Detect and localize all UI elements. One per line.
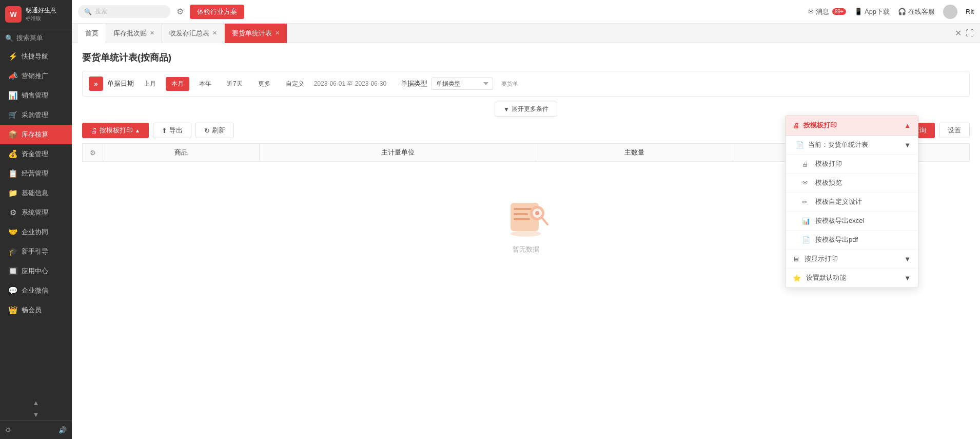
online-service-label: 在线客服	[908, 7, 935, 16]
dropdown-menu: 🖨 按模板打印 ▲ 📄 当前：要货单统计表 ▼ 🖨 模板打印 👁 模板预览 ✏ …	[785, 115, 918, 288]
user-avatar[interactable]	[943, 5, 957, 19]
sidebar-item-xitong[interactable]: ⚙ 系统管理	[0, 203, 72, 222]
date-more[interactable]: 更多	[252, 77, 276, 91]
sidebar: W 畅通好生意 标准版 🔍 搜索菜单 ⚡ 快捷导航 📣 营销推广 📊 销售管理 …	[0, 0, 72, 439]
display-print-label: 按显示打印	[805, 254, 838, 263]
sidebar-item-yingxiao[interactable]: 📣 营销推广	[0, 66, 72, 86]
dropdown-set-default[interactable]: ⭐ 设置默认功能 ▼	[786, 269, 918, 288]
page-content: 要货单统计表(按商品) » 单据日期 上月 本月 本年 近7天 更多 自定义 2…	[72, 43, 980, 439]
svg-point-0	[511, 231, 541, 237]
brand-info: 畅通好生意 标准版	[26, 7, 56, 22]
sidebar-item-xinshou[interactable]: 🎓 新手引导	[0, 242, 72, 261]
dropdown-chevron-icon: ▲	[904, 122, 911, 129]
online-service-button[interactable]: 🎧 在线客服	[898, 7, 935, 16]
export-pdf-icon: 📄	[802, 236, 810, 244]
sidebar-item-xiaoshou[interactable]: 📊 销售管理	[0, 86, 72, 105]
template-preview-label: 模板预览	[815, 178, 842, 187]
refresh-button[interactable]: ↻ 刷新	[195, 123, 234, 138]
dropdown-display-print[interactable]: 🖥 按显示打印 ▼	[786, 250, 918, 269]
sidebar-item-qiye[interactable]: 🤝 企业协同	[0, 222, 72, 242]
sidebar-search[interactable]: 🔍 搜索菜单	[0, 29, 72, 47]
dropdown-item-template-preview[interactable]: 👁 模板预览	[786, 174, 918, 193]
sidebar-item-yingyong[interactable]: 🔲 应用中心	[0, 261, 72, 281]
tab-home[interactable]: 首页	[78, 24, 106, 43]
dropdown-item-template-print[interactable]: 🖨 模板打印	[786, 155, 918, 174]
print-template-button[interactable]: 🖨 按模板打印 ▲	[82, 123, 149, 138]
tab-close-kucun[interactable]: ✕	[150, 30, 154, 36]
date-last-month[interactable]: 上月	[138, 77, 162, 91]
date-this-month[interactable]: 本月	[166, 77, 189, 91]
tab-yaohuo-label: 要货单统计表	[232, 29, 272, 38]
col-product: 商品	[103, 144, 260, 162]
display-print-chevron: ▼	[904, 255, 911, 263]
sidebar-scroll-down[interactable]: ▼	[0, 409, 72, 421]
nav-icon-yingyong: 🔲	[8, 266, 17, 276]
tab-yaohuo-tongji[interactable]: 要货单统计表 ✕	[225, 24, 287, 43]
date-custom[interactable]: 自定义	[280, 77, 310, 91]
export-pdf-label: 按模板导出pdf	[815, 235, 858, 244]
export-label: 导出	[169, 126, 183, 135]
display-print-icon: 🖥	[793, 255, 799, 263]
header-search[interactable]: 🔍 搜索	[78, 5, 170, 18]
col-quantity: 主数量	[536, 144, 733, 162]
logo-icon: W	[5, 6, 22, 23]
date-last7[interactable]: 近7天	[221, 77, 248, 91]
empty-text: 暂无数据	[513, 245, 539, 254]
export-icon: ⬆	[162, 127, 167, 135]
export-excel-label: 按模板导出excel	[815, 216, 864, 225]
filter-expand-button[interactable]: »	[89, 77, 103, 91]
dropdown-current-icon: 📄	[796, 141, 804, 149]
tab-kucun-label: 库存批次账	[113, 29, 147, 38]
nav-icon-kuaijie: ⚡	[8, 52, 17, 61]
type-filter-select[interactable]: 单据类型 要货单	[432, 78, 493, 90]
template-design-icon: ✏	[802, 198, 810, 206]
dropdown-item-export-excel[interactable]: 📊 按模板导出excel	[786, 212, 918, 231]
print-chevron-icon: ▲	[135, 128, 140, 133]
download-icon: 📱	[854, 8, 863, 15]
sidebar-scroll-up[interactable]: ▲	[0, 397, 72, 409]
sidebar-item-jichu[interactable]: 📁 基础信息	[0, 183, 72, 203]
close-window-button[interactable]: ✕	[955, 28, 962, 38]
sidebar-item-weixin[interactable]: 💬 企业微信	[0, 281, 72, 300]
sidebar-item-caigou[interactable]: 🛒 采购管理	[0, 105, 72, 125]
sidebar-item-jingying[interactable]: 📋 经营管理	[0, 164, 72, 183]
export-button[interactable]: ⬆ 导出	[153, 123, 191, 138]
sidebar-item-zijin[interactable]: 💰 资金管理	[0, 144, 72, 164]
settings-bottom-icon[interactable]: ⚙	[5, 426, 11, 434]
nav-icon-xinshou: 🎓	[8, 247, 17, 256]
app-download-button[interactable]: 📱 App下载	[854, 7, 890, 16]
dropdown-item-export-pdf[interactable]: 📄 按模板导出pdf	[786, 231, 918, 250]
tab-kucun-pizhang[interactable]: 库存批次账 ✕	[106, 24, 162, 43]
date-range-display: 2023-06-01 至 2023-06-30	[314, 80, 386, 88]
col-settings: ⚙	[83, 144, 103, 162]
nav-label-yingyong: 应用中心	[22, 266, 48, 276]
app-download-label: App下载	[865, 7, 890, 16]
settings-button[interactable]: 设置	[939, 123, 970, 138]
sound-bottom-icon[interactable]: 🔊	[58, 426, 67, 434]
set-default-icon: ⭐	[793, 274, 801, 282]
expand-more-button[interactable]: ▼ 展开更多条件	[495, 102, 557, 117]
sidebar-item-kuaijie[interactable]: ⚡ 快捷导航	[0, 47, 72, 66]
dropdown-current-item[interactable]: 📄 当前：要货单统计表 ▼	[786, 136, 918, 155]
messages-button[interactable]: ✉ 消息 99+	[808, 7, 846, 16]
svg-rect-3	[514, 213, 528, 215]
nav-icon-xiaoshou: 📊	[8, 91, 17, 100]
col-settings-icon[interactable]: ⚙	[90, 149, 96, 157]
tab-close-shoufa[interactable]: ✕	[212, 30, 217, 36]
nav-label-xitong: 系统管理	[22, 208, 48, 217]
sidebar-item-huiyuan[interactable]: 👑 畅会员	[0, 300, 72, 320]
nav-label-qiye: 企业协同	[22, 227, 48, 237]
maximize-window-button[interactable]: ⛶	[966, 29, 974, 38]
tab-close-yaohuo[interactable]: ✕	[275, 30, 280, 36]
date-this-year[interactable]: 本年	[193, 77, 217, 91]
industry-solution-button[interactable]: 体验行业方案	[190, 5, 244, 19]
settings-gear-icon[interactable]: ⚙	[177, 7, 184, 16]
dropdown-item-template-design[interactable]: ✏ 模板自定义设计	[786, 193, 918, 212]
dropdown-header[interactable]: 🖨 按模板打印 ▲	[786, 116, 918, 136]
sidebar-nav: ⚡ 快捷导航 📣 营销推广 📊 销售管理 🛒 采购管理 📦 库存核算 💰 资金管…	[0, 47, 72, 397]
dropdown-header-label: 按模板打印	[803, 121, 837, 130]
sidebar-item-kucun[interactable]: 📦 库存核算	[0, 125, 72, 144]
page-title: 要货单统计表(按商品)	[82, 51, 970, 64]
tab-shoufa-huizong[interactable]: 收发存汇总表 ✕	[162, 24, 225, 43]
search-placeholder-text: 搜索	[95, 7, 107, 16]
